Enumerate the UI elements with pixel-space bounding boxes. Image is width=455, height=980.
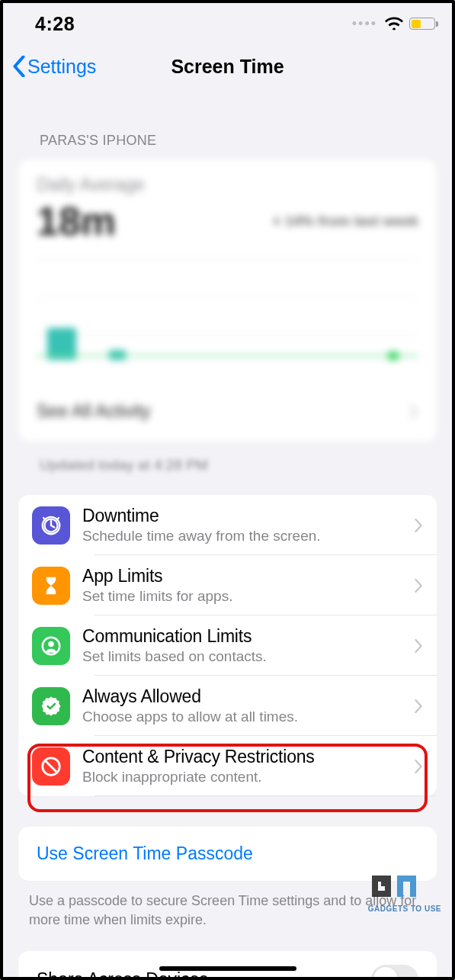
row-title: Always Allowed bbox=[82, 686, 402, 707]
battery-icon bbox=[409, 18, 435, 30]
no-entry-icon bbox=[32, 747, 70, 786]
communication-limits-row[interactable]: Communication LimitsSet limits based on … bbox=[18, 615, 437, 676]
row-title: Communication Limits bbox=[82, 626, 402, 647]
page-title: Screen Time bbox=[171, 56, 284, 78]
updated-text: Updated today at 4:28 PM bbox=[3, 442, 452, 495]
status-time: 4:28 bbox=[35, 13, 75, 35]
status-icons: •••• bbox=[352, 16, 435, 32]
chevron-left-icon bbox=[12, 56, 26, 77]
usage-chart bbox=[37, 259, 418, 374]
device-section-label: PARAS'S IPHONE bbox=[3, 88, 452, 159]
usage-summary-card[interactable]: Daily Average 18m 14% from last week See… bbox=[18, 159, 437, 442]
always-allowed-row[interactable]: Always AllowedChoose apps to allow at al… bbox=[18, 676, 437, 736]
settings-list: DowntimeSchedule time away from the scre… bbox=[18, 495, 437, 796]
share-across-devices-row[interactable]: Share Across Devices bbox=[18, 951, 437, 977]
contact-icon bbox=[32, 627, 70, 665]
daily-average-label: Daily Average bbox=[37, 175, 418, 195]
wifi-icon bbox=[385, 17, 403, 31]
row-subtitle: Choose apps to allow at all times. bbox=[82, 708, 402, 725]
row-title: App Limits bbox=[82, 566, 402, 586]
content-privacy-row[interactable]: Content & Privacy RestrictionsBlock inap… bbox=[18, 736, 437, 796]
chevron-right-icon bbox=[414, 519, 423, 532]
home-indicator[interactable] bbox=[159, 966, 296, 971]
row-title: Downtime bbox=[82, 506, 402, 526]
chevron-right-icon bbox=[414, 699, 423, 713]
chevron-right-icon bbox=[409, 405, 418, 419]
cellular-dots-icon: •••• bbox=[352, 16, 377, 32]
watermark-logo: GADGETS TO USE bbox=[368, 869, 441, 913]
down-arrow-icon bbox=[271, 216, 282, 227]
checkmark-seal-icon bbox=[32, 687, 70, 725]
chevron-right-icon bbox=[414, 639, 423, 653]
svg-point-1 bbox=[48, 641, 54, 647]
share-toggle[interactable] bbox=[371, 965, 418, 977]
daily-average-value: 18m bbox=[37, 198, 116, 244]
row-subtitle: Set time limits for apps. bbox=[82, 588, 402, 605]
row-subtitle: Set limits based on contacts. bbox=[82, 648, 402, 665]
nav-bar: Settings Screen Time bbox=[3, 44, 452, 88]
back-button[interactable]: Settings bbox=[12, 56, 96, 78]
row-title: Content & Privacy Restrictions bbox=[82, 747, 402, 767]
back-label: Settings bbox=[27, 56, 96, 78]
row-subtitle: Block inappropriate content. bbox=[82, 769, 402, 786]
chevron-right-icon bbox=[414, 760, 423, 773]
hourglass-icon bbox=[32, 567, 70, 605]
downtime-row[interactable]: DowntimeSchedule time away from the scre… bbox=[18, 495, 437, 555]
use-passcode-link[interactable]: Use Screen Time Passcode bbox=[37, 843, 418, 864]
downtime-icon bbox=[32, 506, 70, 545]
pct-change: 14% from last week bbox=[271, 213, 418, 230]
app-limits-row[interactable]: App LimitsSet time limits for apps. bbox=[18, 555, 437, 615]
see-all-activity-link[interactable]: See All Activity bbox=[37, 401, 151, 422]
row-subtitle: Schedule time away from the screen. bbox=[82, 528, 402, 545]
chevron-right-icon bbox=[414, 579, 423, 593]
